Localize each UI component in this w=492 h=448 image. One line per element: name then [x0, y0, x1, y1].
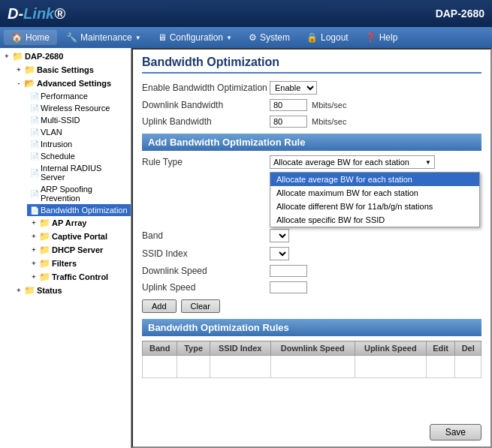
enable-row: Enable Bandwidth Optimization Enable Dis… [142, 81, 481, 95]
downlink-speed-label: Downlink Speed [142, 266, 270, 276]
dhcp-folder-icon: 📁 [39, 245, 50, 255]
rule-type-dropdown-trigger[interactable]: Allocate average BW for each station ▼ [270, 155, 435, 169]
traffic-folder-icon: 📁 [39, 272, 50, 282]
content-inner: Bandwidth Optimization Enable Bandwidth … [133, 50, 490, 384]
save-area: Save [430, 424, 481, 440]
uplink-label: Uplink Bandwidth [142, 116, 270, 127]
header: D-Link® DAP-2680 [0, 0, 492, 27]
sidebar-item-schedule[interactable]: 📄 Schedule [27, 150, 131, 162]
dropdown-list: Allocate average BW for each station All… [270, 172, 480, 227]
col-downlink: Downlink Speed [270, 341, 355, 356]
enable-control: Enable Disable [270, 81, 317, 95]
uplink-speed-row: Uplink Speed [142, 281, 481, 293]
config-icon: 🖥 [158, 32, 167, 43]
nav-configuration[interactable]: 🖥 Configuration ▼ [150, 30, 240, 45]
downlink-unit: Mbits/sec [312, 101, 346, 110]
ssid-control [270, 247, 289, 260]
sidebar-item-performance[interactable]: 📄 Performance [27, 90, 131, 102]
downlink-speed-input[interactable] [270, 265, 307, 277]
sidebar-item-captive-portal[interactable]: + 📁 Captive Portal [27, 230, 131, 243]
model-label: DAP-2680 [436, 8, 484, 20]
dropdown-option-1[interactable]: Allocate average BW for each station [270, 173, 479, 186]
nav-help[interactable]: ❓ Help [358, 30, 406, 45]
sidebar-item-vlan[interactable]: 📄 VLAN [27, 126, 131, 138]
page-icon-bandwidth: 📄 [30, 206, 39, 215]
rules-table: Band Type SSID Index Downlink Speed Upli… [142, 341, 481, 378]
nav-system[interactable]: ⚙ System [241, 30, 297, 45]
expand-icon-ap: + [30, 219, 38, 227]
sidebar-item-traffic-control[interactable]: + 📁 Traffic Control [27, 270, 131, 284]
nav-home[interactable]: 🏠 Home [4, 30, 57, 45]
expand-icon-dhcp: + [30, 246, 38, 254]
dropdown-option-2[interactable]: Allocate maximum BW for each station [270, 186, 479, 200]
button-row: Add Clear [142, 299, 481, 313]
advanced-folder-icon: 📂 [24, 78, 35, 89]
sidebar-item-multi-ssid[interactable]: 📄 Multi-SSID [27, 114, 131, 126]
enable-select[interactable]: Enable Disable [270, 81, 317, 95]
downlink-speed-control [270, 265, 307, 277]
ap-folder-icon: 📁 [39, 218, 50, 228]
page-icon-performance: 📄 [30, 92, 39, 101]
sidebar-item-radius[interactable]: 📄 Internal RADIUS Server [27, 162, 131, 183]
expand-icon-advanced: - [15, 80, 23, 87]
page-title: Bandwidth Optimization [142, 56, 481, 74]
band-label: Band [142, 230, 270, 241]
sidebar-item-intrusion[interactable]: 📄 Intrusion [27, 138, 131, 150]
sidebar-item-advanced-settings[interactable]: - 📂 Advanced Settings [12, 77, 131, 90]
sidebar-item-bandwidth[interactable]: 📄 Bandwidth Optimization [27, 204, 131, 216]
nav-logout[interactable]: 🔒 Logout [299, 30, 356, 45]
ssid-select[interactable] [270, 247, 289, 260]
dropdown-option-4[interactable]: Allocate specific BW for SSID [270, 213, 479, 227]
page-icon-radius: 📄 [30, 169, 39, 177]
dropdown-option-3[interactable]: Allocate different BW for 11a/b/g/n stat… [270, 200, 479, 213]
page-icon-vlan: 📄 [30, 128, 39, 137]
downlink-input[interactable] [270, 99, 307, 111]
page-icon-wireless: 📄 [30, 104, 39, 113]
rule-type-label: Rule Type [142, 157, 270, 167]
expand-icon-basic: + [15, 66, 23, 74]
maintenance-icon: 🔧 [66, 32, 77, 43]
add-button[interactable]: Add [142, 299, 177, 313]
chevron-down-icon: ▼ [135, 35, 141, 41]
uplink-control: Mbits/sec [270, 116, 346, 128]
captive-folder-icon: 📁 [39, 231, 50, 242]
downlink-label: Downlink Bandwidth [142, 100, 270, 110]
system-icon: ⚙ [249, 32, 257, 43]
page-icon-intrusion: 📄 [30, 140, 39, 149]
downlink-row: Downlink Bandwidth Mbits/sec [142, 99, 481, 111]
uplink-row: Uplink Bandwidth Mbits/sec [142, 116, 481, 128]
expand-icon-captive: + [30, 233, 38, 240]
dropdown-arrow: ▼ [425, 159, 431, 166]
expand-icon-traffic: + [30, 273, 38, 281]
expand-icon-status: + [15, 287, 23, 294]
col-uplink: Uplink Speed [355, 341, 426, 356]
sidebar-root[interactable]: + 📁 DAP-2680 [0, 50, 131, 63]
save-button[interactable]: Save [430, 424, 481, 440]
sidebar-item-filters[interactable]: + 📁 Filters [27, 257, 131, 270]
help-icon: ❓ [365, 32, 376, 43]
sidebar-item-dhcp[interactable]: + 📁 DHCP Server [27, 243, 131, 257]
table-row [143, 356, 481, 378]
sidebar-item-status[interactable]: + 📁 Status [12, 284, 131, 297]
page-icon-arp: 📄 [30, 190, 39, 198]
expand-icon-filters: + [30, 260, 38, 267]
col-ssid: SSID Index [210, 341, 270, 356]
content-area: Bandwidth Optimization Enable Bandwidth … [131, 48, 492, 448]
sidebar-item-wireless-resource[interactable]: 📄 Wireless Resource [27, 102, 131, 114]
filters-folder-icon: 📁 [39, 258, 50, 269]
uplink-unit: Mbits/sec [312, 117, 346, 126]
clear-button[interactable]: Clear [181, 299, 220, 313]
sidebar-item-basic-settings[interactable]: + 📁 Basic Settings [12, 63, 131, 77]
sidebar-item-ap-array[interactable]: + 📁 AP Array [27, 216, 131, 230]
page-icon-multi-ssid: 📄 [30, 116, 39, 125]
folder-icon: 📁 [12, 51, 23, 62]
nav-maintenance[interactable]: 🔧 Maintenance ▼ [59, 30, 149, 45]
col-type: Type [177, 341, 210, 356]
band-row: Band [142, 229, 481, 242]
sidebar-item-arp[interactable]: 📄 ARP Spoofing Prevention [27, 183, 131, 204]
uplink-speed-input[interactable] [270, 281, 307, 293]
uplink-input[interactable] [270, 116, 307, 128]
downlink-speed-row: Downlink Speed [142, 265, 481, 277]
band-select[interactable] [270, 229, 289, 242]
expand-icon: + [3, 53, 11, 60]
